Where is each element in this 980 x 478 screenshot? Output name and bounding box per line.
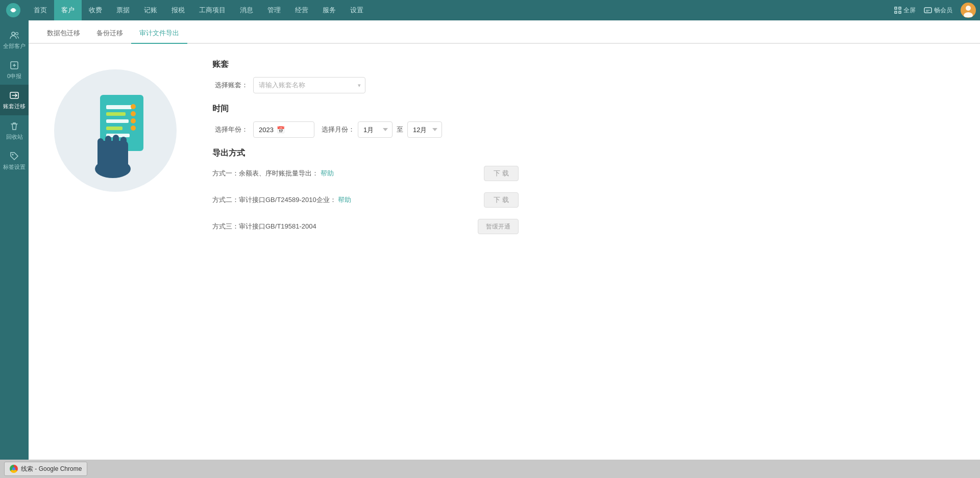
trash-icon [9,120,20,132]
main-layout: 全部客户 0申报 账套迁移 [0,20,980,460]
form-container: 账套 选择账套： 请输入账套名称 ▾ 时间 选择年份： 2 [49,59,960,245]
account-select-input[interactable]: 请输入账套名称 ▾ [253,77,365,93]
tab-backup-migrate[interactable]: 备份迁移 [88,23,131,44]
svg-point-21 [131,104,136,109]
account-select-label: 选择账套： [212,81,248,90]
page-content: 账套 选择账套： 请输入账套名称 ▾ 时间 选择年份： 2 [29,44,980,460]
export-method-1: 方式一：余额表、序时账批量导出： 帮助 下 载 [212,166,519,181]
svg-rect-2 [895,7,897,9]
start-month-select[interactable]: 1月2月3月 4月5月6月 7月8月9月 10月11月12月 [358,121,393,138]
method3-text: 方式三：审计接口GB/T19581-2004 [212,222,478,231]
svg-point-10 [12,32,15,35]
tabs-bar: 数据包迁移 备份迁移 审计文件导出 [29,20,980,44]
member-button[interactable]: 畅会员 [924,6,952,15]
fullscreen-button[interactable]: 全屏 [894,6,916,15]
svg-point-1 [11,8,15,12]
method1-download-button[interactable]: 下 载 [484,166,519,181]
svg-point-23 [131,118,136,123]
users-icon [9,30,20,41]
month-label: 选择月份： [322,125,355,134]
illustration-wrap [49,59,182,202]
svg-rect-29 [113,135,119,146]
year-value: 2023 [259,126,274,134]
export-section-title: 导出方式 [212,148,519,159]
method1-help-link[interactable]: 帮助 [321,169,334,177]
illustration-circle [54,69,177,192]
svg-rect-5 [899,11,901,13]
svg-point-11 [16,33,18,35]
sidebar-label-migrate: 账套迁移 [3,103,26,110]
sidebar-label-tag: 标签设置 [3,164,26,170]
year-input[interactable]: 2023 📅 [253,121,314,138]
nav-operation[interactable]: 经营 [288,0,315,20]
account-section-title: 账套 [212,59,519,70]
taskbar: 线索 - Google Chrome [0,460,980,478]
taskbar-chrome-item[interactable]: 线索 - Google Chrome [4,462,87,476]
svg-rect-19 [106,127,122,130]
account-select-placeholder: 请输入账套名称 [259,81,305,90]
svg-rect-3 [899,7,901,9]
content-area: 数据包迁移 备份迁移 审计文件导出 [29,20,980,460]
nav-right: 全屏 畅会员 [894,3,976,18]
top-nav: 首页 客户 收费 票据 记账 报税 工商项目 消息 管理 经营 服务 设置 全屏 [0,0,980,20]
sidebar-label-trash: 回收站 [6,134,23,140]
nav-bookkeeping[interactable]: 记账 [137,0,164,20]
member-label: 畅会员 [934,6,952,15]
svg-point-22 [131,111,136,116]
svg-rect-17 [106,112,126,116]
svg-rect-4 [895,11,897,13]
nav-settings[interactable]: 设置 [343,0,371,20]
form-side: 账套 选择账套： 请输入账套名称 ▾ 时间 选择年份： 2 [212,59,519,245]
export-method-3: 方式三：审计接口GB/T19581-2004 暂缓开通 [212,219,519,234]
sidebar-label-all-customers: 全部客户 [3,43,26,49]
nav-message[interactable]: 消息 [233,0,260,20]
svg-rect-30 [120,137,127,147]
sidebar-item-all-customers[interactable]: 全部客户 [0,24,29,55]
method2-download-button[interactable]: 下 载 [484,192,519,208]
nav-customer[interactable]: 客户 [54,0,82,20]
taskbar-chrome-label: 线索 - Google Chrome [21,465,82,473]
year-label: 选择年份： [212,125,248,134]
svg-rect-27 [97,138,104,148]
svg-point-8 [966,6,971,11]
nav-home[interactable]: 首页 [27,0,54,20]
calendar-icon: 📅 [277,126,285,134]
method2-help-link[interactable]: 帮助 [338,196,351,204]
sidebar-item-trash[interactable]: 回收站 [0,115,29,145]
fullscreen-label: 全屏 [903,6,916,15]
sidebar-item-zero-report[interactable]: 0申报 [0,55,29,85]
nav-fee[interactable]: 收费 [82,0,109,20]
nav-invoice[interactable]: 票据 [109,0,137,20]
time-section-title: 时间 [212,104,519,114]
nav-business[interactable]: 工商项目 [192,0,233,20]
method2-text: 方式二：审计接口GB/T24589-2010企业： 帮助 [212,195,484,205]
tab-data-migrate[interactable]: 数据包迁移 [39,23,88,44]
nav-service[interactable]: 服务 [315,0,343,20]
svg-point-14 [12,154,14,155]
sidebar-item-tag[interactable]: 标签设置 [0,145,29,175]
svg-rect-18 [106,119,129,123]
nav-tax[interactable]: 报税 [164,0,192,20]
user-avatar[interactable] [961,3,976,18]
sidebar-label-zero-report: 0申报 [7,73,21,80]
sidebar: 全部客户 0申报 账套迁移 [0,20,29,460]
account-dropdown-arrow: ▾ [358,82,361,89]
svg-rect-16 [106,105,132,109]
end-month-select[interactable]: 1月2月3月 4月5月6月 7月8月9月 10月11月12月 [407,121,442,138]
method1-text: 方式一：余额表、序时账批量导出： 帮助 [212,169,484,178]
tab-audit-export[interactable]: 审计文件导出 [131,23,187,44]
tag-icon [9,150,20,162]
svg-rect-28 [105,136,111,147]
nav-items: 首页 客户 收费 票据 记账 报税 工商项目 消息 管理 经营 服务 设置 [27,0,894,20]
nav-manage[interactable]: 管理 [260,0,288,20]
chrome-icon [10,465,18,473]
to-text: 至 [397,125,403,134]
svg-point-24 [131,125,136,131]
app-logo [4,1,22,19]
sidebar-item-migrate[interactable]: 账套迁移 [0,85,29,115]
export-method-2: 方式二：审计接口GB/T24589-2010企业： 帮助 下 载 [212,192,519,208]
migrate-icon [9,90,20,101]
method3-coming-soon-button: 暂缓开通 [478,219,519,234]
zero-report-icon [9,60,20,71]
account-select-row: 选择账套： 请输入账套名称 ▾ [212,77,519,93]
